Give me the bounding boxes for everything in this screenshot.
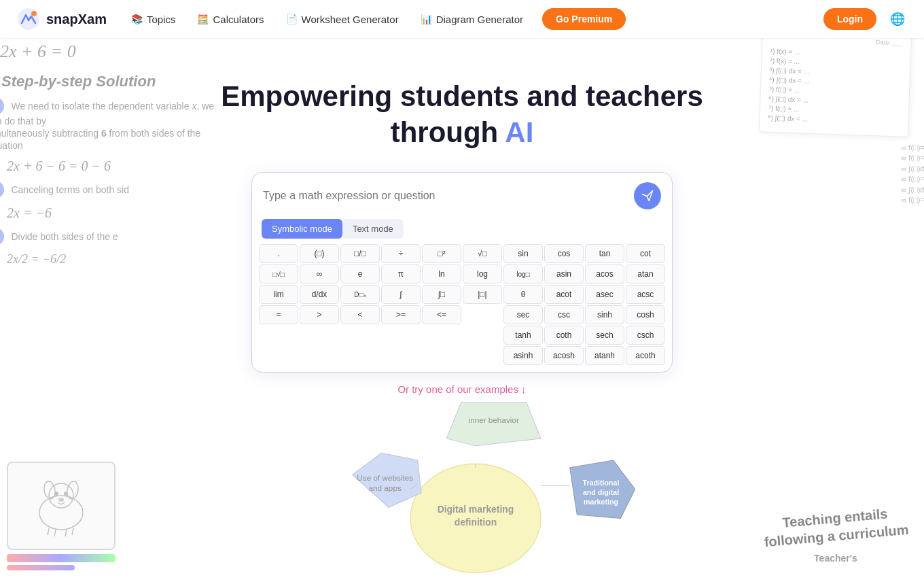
btn-tan[interactable]: tan bbox=[585, 244, 624, 263]
btn-coth[interactable]: coth bbox=[544, 326, 584, 345]
btn-fraction[interactable]: □/□ bbox=[340, 244, 380, 263]
nav-calculators-label: Calculators bbox=[213, 14, 264, 25]
symbolic-mode-tab[interactable]: Symbolic mode bbox=[262, 219, 342, 239]
btn-csch[interactable]: csch bbox=[626, 326, 665, 345]
btn-acot[interactable]: acot bbox=[544, 285, 584, 304]
nav-worksheet-label: Worksheet Generator bbox=[302, 14, 399, 25]
btn-tanh[interactable]: tanh bbox=[503, 326, 543, 345]
btn-cot[interactable]: cot bbox=[626, 244, 665, 263]
btn-empty12 bbox=[422, 346, 461, 365]
btn-sinh[interactable]: sinh bbox=[585, 305, 624, 324]
calculators-icon: 🧮 bbox=[197, 14, 209, 24]
nav-calculators[interactable]: 🧮 Calculators bbox=[189, 10, 272, 29]
btn-csc[interactable]: csc bbox=[544, 305, 584, 324]
main-content: Empowering students and teachers through… bbox=[0, 38, 924, 584]
examples-link[interactable]: Or try one of our examples ↓ bbox=[397, 383, 526, 395]
btn-asinh[interactable]: asinh bbox=[503, 346, 543, 365]
btn-lt[interactable]: < bbox=[340, 305, 380, 324]
worksheet-icon: 📄 bbox=[286, 14, 298, 24]
logo[interactable]: snapXam bbox=[16, 7, 107, 31]
send-icon bbox=[641, 190, 654, 202]
btn-acosh[interactable]: acosh bbox=[544, 346, 584, 365]
logo-icon bbox=[16, 7, 41, 31]
btn-abs[interactable]: |□| bbox=[463, 285, 502, 304]
btn-atanh[interactable]: atanh bbox=[585, 346, 624, 365]
nav-diagram[interactable]: 📊 Diagram Generator bbox=[412, 10, 531, 29]
btn-inf[interactable]: ∞ bbox=[300, 264, 339, 284]
btn-acoth[interactable]: acoth bbox=[626, 346, 665, 365]
diagram-icon: 📊 bbox=[421, 14, 432, 24]
btn-e[interactable]: e bbox=[340, 264, 380, 284]
mode-tabs: Symbolic mode Text mode bbox=[252, 219, 672, 239]
btn-logb[interactable]: log□ bbox=[503, 264, 543, 284]
nav-worksheet[interactable]: 📄 Worksheet Generator bbox=[278, 10, 407, 29]
btn-empty2 bbox=[259, 326, 298, 345]
btn-empty6 bbox=[422, 326, 461, 345]
svg-point-1 bbox=[31, 11, 37, 16]
input-row bbox=[252, 173, 672, 219]
btn-sec[interactable]: sec bbox=[503, 305, 543, 324]
btn-empty3 bbox=[300, 326, 339, 345]
btn-div[interactable]: ÷ bbox=[381, 244, 421, 263]
btn-sin[interactable]: sin bbox=[503, 244, 543, 263]
btn-log[interactable]: log bbox=[463, 264, 502, 284]
hero-heading: Empowering students and teachers through… bbox=[221, 79, 703, 150]
btn-pi[interactable]: π bbox=[381, 264, 421, 284]
btn-cosh[interactable]: cosh bbox=[626, 305, 665, 324]
hero-line2-plain: through bbox=[391, 116, 505, 148]
btn-sqrt2[interactable]: □√□ bbox=[259, 264, 298, 284]
btn-asin[interactable]: asin bbox=[544, 264, 584, 284]
math-input[interactable] bbox=[263, 190, 627, 202]
btn-empty10 bbox=[340, 346, 380, 365]
btn-intb[interactable]: ∫□ bbox=[422, 285, 461, 304]
btn-lte[interactable]: <= bbox=[422, 305, 461, 324]
btn-empty9 bbox=[300, 346, 339, 365]
btn-empty4 bbox=[340, 326, 380, 345]
btn-acsc[interactable]: acsc bbox=[626, 285, 665, 304]
premium-button[interactable]: Go Premium bbox=[542, 8, 626, 30]
btn-ln[interactable]: ln bbox=[422, 264, 461, 284]
hero-ai: AI bbox=[505, 116, 533, 148]
brand-name: snapXam bbox=[46, 12, 107, 27]
btn-gt[interactable]: > bbox=[300, 305, 339, 324]
btn-empty5 bbox=[381, 326, 421, 345]
btn-dot[interactable]: . bbox=[259, 244, 298, 263]
math-input-container: Symbolic mode Text mode . (□) □/□ ÷ □² √… bbox=[251, 172, 673, 373]
language-icon[interactable]: 🌐 bbox=[887, 9, 908, 29]
btn-acos[interactable]: acos bbox=[585, 264, 624, 284]
send-button[interactable] bbox=[634, 182, 661, 209]
btn-eq[interactable]: = bbox=[259, 305, 298, 324]
btn-gte[interactable]: >= bbox=[381, 305, 421, 324]
btn-ddx[interactable]: d/dx bbox=[300, 285, 339, 304]
navbar: snapXam 📚 Topics 🧮 Calculators 📄 Workshe… bbox=[0, 0, 924, 38]
btn-partial[interactable]: D□ₓ bbox=[340, 285, 380, 304]
btn-sqrt[interactable]: √□ bbox=[463, 244, 502, 263]
text-mode-tab[interactable]: Text mode bbox=[342, 219, 404, 239]
math-buttons-grid: . (□) □/□ ÷ □² √□ sin cos tan cot □√□ ∞ … bbox=[252, 239, 672, 372]
btn-asec[interactable]: asec bbox=[585, 285, 624, 304]
hero-line1: Empowering students and teachers bbox=[221, 80, 703, 112]
btn-int[interactable]: ∫ bbox=[381, 285, 421, 304]
btn-empty11 bbox=[381, 346, 421, 365]
nav-topics[interactable]: 📚 Topics bbox=[123, 10, 184, 29]
login-button[interactable]: Login bbox=[823, 8, 876, 30]
btn-sech[interactable]: sech bbox=[585, 326, 624, 345]
topics-icon: 📚 bbox=[131, 14, 143, 24]
nav-diagram-label: Diagram Generator bbox=[436, 14, 523, 25]
btn-paren[interactable]: (□) bbox=[300, 244, 339, 263]
btn-sq[interactable]: □² bbox=[422, 244, 461, 263]
nav-topics-label: Topics bbox=[147, 14, 176, 25]
btn-empty1 bbox=[463, 305, 502, 324]
btn-empty7 bbox=[463, 326, 502, 345]
btn-lim[interactable]: lim bbox=[259, 285, 298, 304]
btn-cos[interactable]: cos bbox=[544, 244, 584, 263]
btn-theta[interactable]: θ bbox=[503, 285, 543, 304]
btn-empty8 bbox=[259, 346, 298, 365]
btn-empty13 bbox=[463, 346, 502, 365]
btn-atan[interactable]: atan bbox=[626, 264, 665, 284]
